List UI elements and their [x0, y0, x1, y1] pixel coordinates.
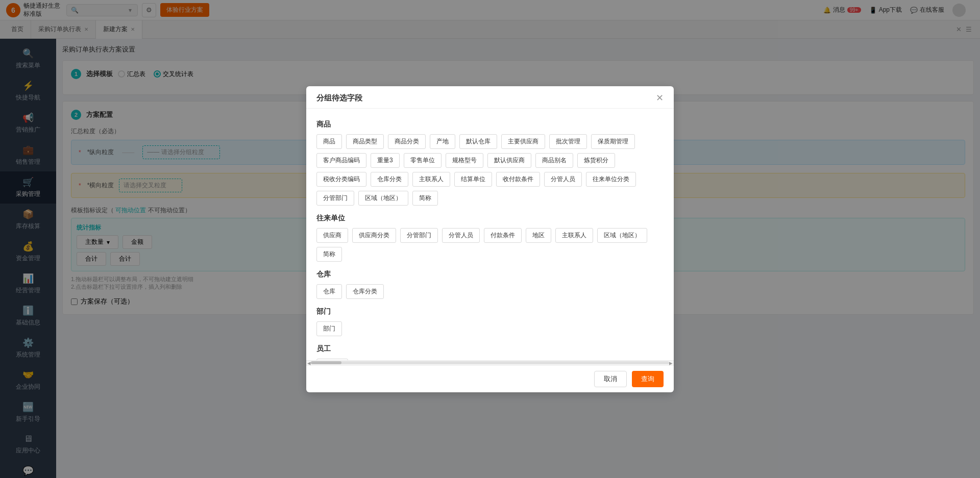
- field-chip[interactable]: 仓库分类: [346, 284, 384, 299]
- section-title-warehouse: 仓库: [316, 270, 664, 279]
- field-chip[interactable]: 供应商分类: [352, 228, 396, 243]
- hscroll-thumb: [311, 361, 341, 364]
- field-chip[interactable]: 商品类型: [346, 134, 384, 149]
- modal-footer: 取消 查询: [306, 365, 674, 392]
- chips-partners: 供应商供应商分类分管部门分管人员付款条件地区主联系人区域（地区）简称: [316, 228, 664, 262]
- field-chip[interactable]: 分管人员: [544, 172, 582, 187]
- field-chip[interactable]: 产地: [430, 134, 455, 149]
- field-chip[interactable]: 主联系人: [412, 172, 450, 187]
- field-chip[interactable]: 商品分类: [388, 134, 426, 149]
- field-chip[interactable]: 简称: [412, 191, 438, 206]
- field-chip[interactable]: 地区: [526, 228, 551, 243]
- modal-body: 商品 商品商品类型商品分类产地默认仓库主要供应商批次管理保质期管理客户商品编码重…: [306, 109, 674, 360]
- field-chip[interactable]: 主要供应商: [501, 134, 545, 149]
- field-chip[interactable]: 结算单位: [454, 172, 492, 187]
- field-chip[interactable]: 仓库分类: [371, 172, 408, 187]
- field-chip[interactable]: 商品别名: [535, 153, 573, 168]
- field-chip[interactable]: 分管人员: [442, 228, 480, 243]
- field-chip[interactable]: 重量3: [371, 153, 400, 168]
- field-chip[interactable]: 付款条件: [484, 228, 522, 243]
- modal-hscroll[interactable]: ◂ ▸: [306, 360, 674, 365]
- field-chip[interactable]: 默认仓库: [459, 134, 497, 149]
- section-title-partners: 往来单位: [316, 214, 664, 223]
- field-chip[interactable]: 部门: [316, 321, 342, 336]
- field-chip[interactable]: 往来单位分类: [586, 172, 636, 187]
- field-select-modal: 分组待选字段 ✕ 商品 商品商品类型商品分类产地默认仓库主要供应商批次管理保质期…: [306, 86, 674, 392]
- cancel-button[interactable]: 取消: [594, 371, 627, 387]
- hscroll-track[interactable]: [311, 361, 669, 364]
- field-chip[interactable]: 简称: [316, 247, 342, 262]
- confirm-button[interactable]: 查询: [632, 371, 664, 387]
- field-chip[interactable]: 炼货积分: [577, 153, 615, 168]
- modal-header: 分组待选字段 ✕: [306, 86, 674, 109]
- field-chip[interactable]: 收付款条件: [496, 172, 540, 187]
- field-chip[interactable]: 税收分类编码: [316, 172, 366, 187]
- field-chip[interactable]: 供应商: [316, 228, 348, 243]
- section-title-department: 部门: [316, 307, 664, 316]
- chips-warehouse: 仓库仓库分类: [316, 284, 664, 299]
- field-chip[interactable]: 仓库: [316, 284, 342, 299]
- field-chip[interactable]: 分管部门: [316, 191, 354, 206]
- field-chip[interactable]: 区域（地区）: [597, 228, 647, 243]
- section-title-goods: 商品: [316, 120, 664, 129]
- field-chip[interactable]: 零售单位: [404, 153, 442, 168]
- field-chip[interactable]: 分管部门: [400, 228, 438, 243]
- field-chip[interactable]: 规格型号: [446, 153, 483, 168]
- chips-department: 部门: [316, 321, 664, 336]
- modal-title: 分组待选字段: [316, 93, 362, 103]
- field-chip[interactable]: 商品: [316, 134, 342, 149]
- field-chip[interactable]: 区域（地区）: [358, 191, 408, 206]
- section-title-staff: 员工: [316, 344, 664, 354]
- field-chip[interactable]: 保质期管理: [591, 134, 635, 149]
- chips-goods: 商品商品类型商品分类产地默认仓库主要供应商批次管理保质期管理客户商品编码重量3零…: [316, 134, 664, 206]
- field-chip[interactable]: 客户商品编码: [316, 153, 366, 168]
- modal-close-btn[interactable]: ✕: [656, 93, 664, 103]
- field-chip[interactable]: 批次管理: [549, 134, 587, 149]
- field-chip[interactable]: 默认供应商: [487, 153, 531, 168]
- field-chip[interactable]: 主联系人: [555, 228, 593, 243]
